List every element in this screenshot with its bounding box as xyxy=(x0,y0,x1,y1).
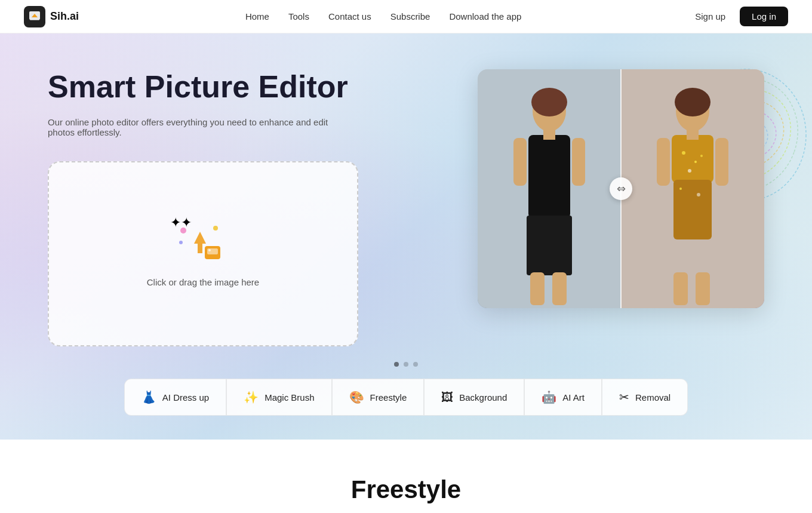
svg-point-17 xyxy=(208,249,211,251)
brand-name: Sih.ai xyxy=(50,10,79,23)
freestyle-icon: 🎨 xyxy=(349,390,364,404)
feature-freestyle-label: Freestyle xyxy=(370,392,407,403)
brand-logo[interactable]: Sih.ai xyxy=(24,6,79,27)
svg-rect-31 xyxy=(672,135,713,183)
comparison-right xyxy=(621,69,764,308)
svg-point-38 xyxy=(697,193,700,196)
feature-freestyle[interactable]: 🎨 Freestyle xyxy=(332,379,425,416)
svg-marker-10 xyxy=(194,232,206,244)
feature-ai-art[interactable]: 🤖 AI Art xyxy=(524,379,602,416)
svg-rect-41 xyxy=(715,138,728,186)
logo-icon xyxy=(24,6,45,27)
nav-subscribe[interactable]: Subscribe xyxy=(390,11,430,21)
carousel-dot-2[interactable] xyxy=(404,362,408,367)
upload-box[interactable]: ✦✦ Click or drag t xyxy=(48,161,358,346)
svg-rect-24 xyxy=(513,138,527,186)
svg-rect-32 xyxy=(673,180,712,239)
comparison-container: ⇔ xyxy=(478,69,764,308)
svg-rect-27 xyxy=(552,272,567,305)
nav-links: Home Tools Contact us Subscribe Download… xyxy=(245,11,521,21)
feature-ai-dress-up-label: AI Dress up xyxy=(162,392,209,403)
feature-ai-art-label: AI Art xyxy=(562,392,585,403)
svg-rect-25 xyxy=(572,138,585,186)
nav-home[interactable]: Home xyxy=(245,11,269,21)
login-button[interactable]: Log in xyxy=(740,7,788,26)
magic-brush-icon: ✨ xyxy=(244,390,259,404)
hero-title: Smart Picture Editor xyxy=(48,69,442,105)
svg-rect-2 xyxy=(30,19,39,20)
svg-point-13 xyxy=(213,226,218,231)
nav-contact[interactable]: Contact us xyxy=(328,11,371,21)
svg-point-37 xyxy=(679,188,682,190)
svg-rect-22 xyxy=(527,216,572,275)
carousel-dots xyxy=(0,351,812,367)
section-title: Freestyle xyxy=(48,475,764,504)
background-icon: 🖼 xyxy=(441,391,453,404)
svg-rect-43 xyxy=(696,272,710,305)
svg-rect-42 xyxy=(673,272,688,305)
feature-magic-brush-label: Magic Brush xyxy=(264,392,314,403)
hero-content: Smart Picture Editor Our online photo ed… xyxy=(0,33,812,351)
upload-text: Click or drag the image here xyxy=(147,277,259,287)
feature-ai-dress-up[interactable]: 👗 AI Dress up xyxy=(124,379,226,416)
signup-button[interactable]: Sign up xyxy=(688,8,733,25)
ai-art-icon: 🤖 xyxy=(542,390,556,404)
feature-background-label: Background xyxy=(459,392,507,403)
feature-removal-label: Removal xyxy=(635,392,670,403)
svg-point-36 xyxy=(700,155,703,157)
comparison-left xyxy=(478,69,621,308)
svg-rect-21 xyxy=(528,135,570,219)
hero-section: Smart Picture Editor Our online photo ed… xyxy=(0,33,812,440)
feature-removal[interactable]: ✂ Removal xyxy=(602,379,688,416)
feature-buttons: 👗 AI Dress up ✨ Magic Brush 🎨 Freestyle … xyxy=(0,379,812,440)
model-left-image xyxy=(478,69,621,308)
svg-point-14 xyxy=(179,241,183,244)
navbar: Sih.ai Home Tools Contact us Subscribe D… xyxy=(0,0,812,33)
comparison-handle[interactable]: ⇔ xyxy=(610,177,632,200)
svg-rect-26 xyxy=(530,272,545,305)
hero-description: Our online photo editor offers everythin… xyxy=(48,117,334,137)
model-right-image xyxy=(621,69,764,308)
hero-left: Smart Picture Editor Our online photo ed… xyxy=(48,69,442,346)
svg-point-34 xyxy=(694,161,697,163)
svg-point-33 xyxy=(682,151,685,155)
svg-point-20 xyxy=(531,88,567,116)
nav-tools[interactable]: Tools xyxy=(288,11,309,21)
freestyle-section: Freestyle xyxy=(0,440,812,513)
nav-actions: Sign up Log in xyxy=(688,7,788,26)
svg-point-30 xyxy=(675,88,710,116)
removal-icon: ✂ xyxy=(619,390,629,404)
nav-download[interactable]: Download the app xyxy=(449,11,521,21)
upload-icon-area: ✦✦ xyxy=(176,220,230,268)
hero-right: ⇔ xyxy=(463,69,764,308)
ai-dress-up-icon: 👗 xyxy=(142,390,156,404)
feature-magic-brush[interactable]: ✨ Magic Brush xyxy=(226,379,331,416)
svg-rect-11 xyxy=(198,244,202,253)
svg-rect-39 xyxy=(687,129,699,140)
svg-point-35 xyxy=(688,169,691,173)
feature-background[interactable]: 🖼 Background xyxy=(424,379,524,416)
carousel-dot-3[interactable] xyxy=(413,362,418,367)
carousel-dot-1[interactable] xyxy=(394,362,399,367)
upload-stars-icon: ✦✦ xyxy=(170,215,192,231)
svg-rect-40 xyxy=(657,138,670,186)
svg-rect-23 xyxy=(543,129,555,140)
